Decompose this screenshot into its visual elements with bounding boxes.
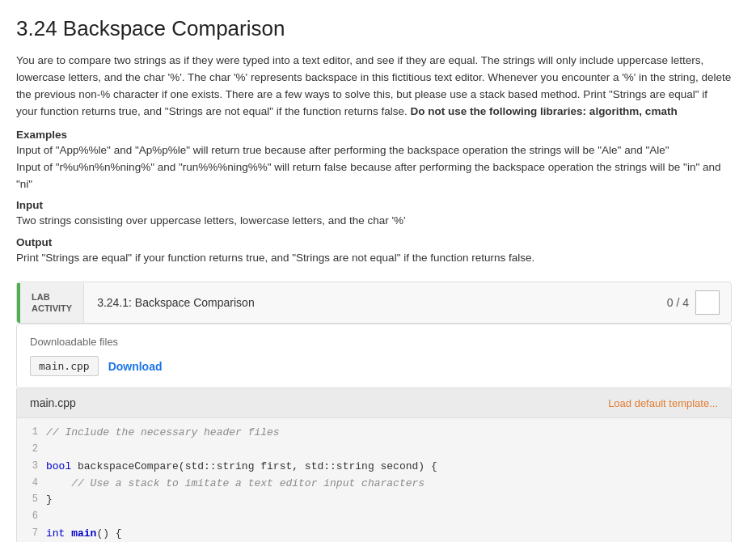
download-link[interactable]: Download bbox=[108, 360, 163, 373]
examples-label: Examples bbox=[16, 129, 732, 141]
line-content: int main() { bbox=[46, 526, 731, 542]
code-line: 1 // Include the necessary header files bbox=[17, 425, 731, 442]
code-filename: main.cpp bbox=[30, 396, 76, 409]
code-line: 2 bbox=[17, 442, 731, 459]
line-content bbox=[46, 442, 731, 459]
line-content: bool backspaceCompare(std::string first,… bbox=[46, 459, 731, 476]
input-text: Two strings consisting over uppercase le… bbox=[16, 213, 732, 230]
bold-libraries: Do not use the following libraries: algo… bbox=[411, 105, 678, 117]
lab-label-line1: LAB bbox=[32, 291, 72, 303]
code-line: 6 bbox=[17, 509, 731, 526]
output-label: Output bbox=[16, 236, 732, 248]
line-content bbox=[46, 509, 731, 526]
line-num: 2 bbox=[17, 442, 46, 459]
file-name-box: main.cpp bbox=[30, 356, 99, 376]
code-line: 5 } bbox=[17, 492, 731, 509]
score-box bbox=[695, 290, 720, 315]
file-item: main.cpp Download bbox=[30, 356, 718, 376]
code-section: main.cpp Load default template... 1 // I… bbox=[16, 388, 732, 542]
input-label: Input bbox=[16, 199, 732, 211]
lab-activity-title: 3.24.1: Backspace Comparison bbox=[84, 288, 656, 317]
description-paragraph: You are to compare two strings as if the… bbox=[16, 53, 732, 121]
example1-text: Input of "App%%le" and "Ap%p%le" will re… bbox=[16, 142, 732, 159]
example2-text: Input of "r%u%n%n%ning%" and "run%%%ning… bbox=[16, 159, 732, 193]
code-line: 4 // Use a stack to imitate a text edito… bbox=[17, 476, 731, 493]
line-content: // Include the necessary header files bbox=[46, 425, 731, 442]
line-content: // Use a stack to imitate a text editor … bbox=[46, 476, 731, 493]
line-num: 5 bbox=[17, 492, 46, 509]
lab-label-line2: ACTIVITY bbox=[32, 303, 72, 314]
line-num: 3 bbox=[17, 459, 46, 476]
lab-activity-bar: LAB ACTIVITY 3.24.1: Backspace Compariso… bbox=[16, 282, 732, 324]
downloadable-section: Downloadable files main.cpp Download bbox=[16, 324, 732, 388]
line-num: 7 bbox=[17, 526, 46, 542]
lab-activity-score: 0 / 4 bbox=[656, 282, 731, 323]
line-content: } bbox=[46, 492, 731, 509]
downloadable-label: Downloadable files bbox=[30, 336, 718, 348]
code-editor-area[interactable]: 1 // Include the necessary header files … bbox=[17, 418, 731, 542]
page-title: 3.24 Backspace Comparison bbox=[16, 16, 732, 41]
score-value: 0 / 4 bbox=[667, 296, 689, 309]
code-header: main.cpp Load default template... bbox=[17, 388, 731, 418]
code-line: 3 bool backspaceCompare(std::string firs… bbox=[17, 459, 731, 476]
lab-activity-label: LAB ACTIVITY bbox=[17, 283, 84, 323]
line-num: 1 bbox=[17, 425, 46, 442]
line-num: 6 bbox=[17, 509, 46, 526]
line-num: 4 bbox=[17, 476, 46, 493]
code-line: 7 int main() { bbox=[17, 526, 731, 542]
output-text: Print "Strings are equal" if your functi… bbox=[16, 250, 732, 267]
load-template-link[interactable]: Load default template... bbox=[608, 397, 718, 409]
